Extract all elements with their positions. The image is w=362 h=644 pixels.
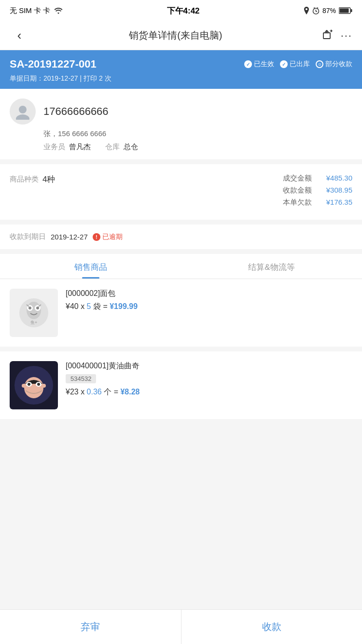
share-icon (322, 29, 333, 40)
svg-rect-8 (323, 33, 330, 39)
status-badge-partial: ⊙ 部分收款 (316, 60, 352, 69)
svg-point-9 (19, 106, 27, 113)
tab-settlement[interactable]: 结算&物流等 (181, 254, 362, 279)
status-badges: ✓ 已生效 ✓ 已出库 ⊙ 部分收款 (244, 60, 352, 69)
status-badge-shipped: ✓ 已出库 (280, 60, 310, 69)
battery-icon (339, 7, 352, 14)
order-date: 单据日期：2019-12-27 | 打印 2 次 (10, 74, 352, 83)
share-button[interactable] (322, 29, 333, 42)
header-banner: SA-20191227-001 ✓ 已生效 ✓ 已出库 ⊙ 部分收款 单据日期：… (0, 50, 362, 89)
user-icon (14, 103, 31, 120)
product-image-2 (10, 361, 58, 409)
svg-text:鱼+: 鱼+ (30, 320, 37, 325)
svg-point-23 (28, 383, 30, 386)
tabs-row: 销售商品 结算&物流等 (0, 254, 362, 279)
check-icon-1: ✓ (244, 60, 252, 68)
page-title: 销货单详情(来自电脑) (129, 29, 222, 42)
warehouse-meta: 仓库 总仓 (105, 142, 138, 152)
tab-sales-products[interactable]: 销售商品 (0, 254, 181, 279)
location-icon (304, 7, 309, 14)
due-section: 收款到期日 2019-12-27 ! 已逾期 (0, 224, 362, 249)
order-id: SA-20191227-001 (10, 58, 97, 70)
owed-row: 本单欠款 ¥176.35 (283, 198, 352, 207)
customer-id: 17666666666 (43, 105, 109, 118)
customer-name: 张，156 6666 6666 (10, 129, 352, 139)
status-bar: 无 SIM 卡 卡 下午4:42 87% (0, 0, 362, 21)
svg-point-15 (28, 307, 31, 309)
product-info-2: [000400001]黄油曲奇 534532 ¥23 x 0.36 个 = ¥8… (66, 361, 352, 397)
product-price-1: ¥40 x 5 袋 = ¥199.99 (66, 302, 352, 312)
stats-section: 商品种类 4种 成交金额 ¥485.30 收款金额 ¥308.95 本单欠款 ¥… (0, 164, 362, 220)
bottom-bar: 弃审 收款 (0, 609, 362, 644)
product-kind: 商品种类 4种 (10, 174, 55, 185)
sim-text: 无 SIM 卡 卡 (10, 6, 50, 15)
stats-right: 成交金额 ¥485.30 收款金额 ¥308.95 本单欠款 ¥176.35 (283, 174, 352, 210)
product-thumbnail-1: 鱼+ (17, 296, 51, 330)
alarm-icon (312, 7, 320, 14)
product-image-1: 鱼+ (10, 289, 58, 337)
svg-line-3 (314, 7, 315, 8)
svg-point-16 (36, 307, 39, 309)
sales-meta: 业务员 曾凡杰 (43, 142, 91, 152)
svg-line-4 (317, 7, 318, 8)
svg-rect-6 (350, 9, 352, 12)
overdue-badge: ! 已逾期 (93, 233, 123, 241)
more-button[interactable]: ··· (341, 29, 352, 42)
product-name-1: [0000002]面包 (66, 289, 352, 299)
customer-header: 17666666666 (10, 98, 352, 125)
nav-icons: ··· (322, 29, 352, 42)
status-badge-effective: ✓ 已生效 (244, 60, 274, 69)
product-sku-2: 534532 (66, 374, 96, 383)
svg-rect-7 (339, 9, 348, 13)
svg-rect-20 (22, 384, 46, 388)
received-row: 收款金额 ¥308.95 (283, 186, 352, 195)
amount-row: 成交金额 ¥485.30 (283, 174, 352, 183)
product-name-2: [000400001]黄油曲奇 (66, 361, 352, 371)
battery-text: 87% (322, 7, 336, 14)
status-right: 87% (304, 7, 352, 14)
back-button[interactable]: ‹ (10, 26, 29, 45)
product-thumbnail-2 (12, 364, 56, 407)
stats-left: 商品种类 4种 (10, 174, 55, 185)
avatar (10, 98, 36, 125)
tabs-section: 销售商品 结算&物流等 (0, 254, 362, 279)
nav-bar: ‹ 销货单详情(来自电脑) ··· (0, 21, 362, 50)
status-left: 无 SIM 卡 卡 (10, 6, 63, 15)
products-section: 鱼+ [0000002]面包 ¥40 x 5 袋 = ¥199.99 (0, 279, 362, 459)
check-icon-2: ✓ (280, 60, 288, 68)
overdue-dot-icon: ! (93, 233, 100, 241)
svg-point-24 (37, 383, 40, 386)
wifi-icon (54, 7, 63, 14)
customer-meta: 业务员 曾凡杰 仓库 总仓 (10, 142, 352, 152)
list-item: [000400001]黄油曲奇 534532 ¥23 x 0.36 个 = ¥8… (0, 351, 362, 419)
clock-icon: ⊙ (316, 60, 323, 68)
customer-section: 17666666666 张，156 6666 6666 业务员 曾凡杰 仓库 总… (0, 89, 362, 159)
abandon-review-button[interactable]: 弃审 (0, 610, 181, 644)
product-price-2: ¥23 x 0.36 个 = ¥8.28 (66, 387, 352, 397)
list-item: 鱼+ [0000002]面包 ¥40 x 5 袋 = ¥199.99 (0, 279, 362, 347)
collect-payment-button[interactable]: 收款 (181, 610, 362, 644)
status-time: 下午4:42 (167, 5, 200, 16)
svg-point-10 (16, 114, 29, 120)
product-info-1: [0000002]面包 ¥40 x 5 袋 = ¥199.99 (66, 289, 352, 312)
